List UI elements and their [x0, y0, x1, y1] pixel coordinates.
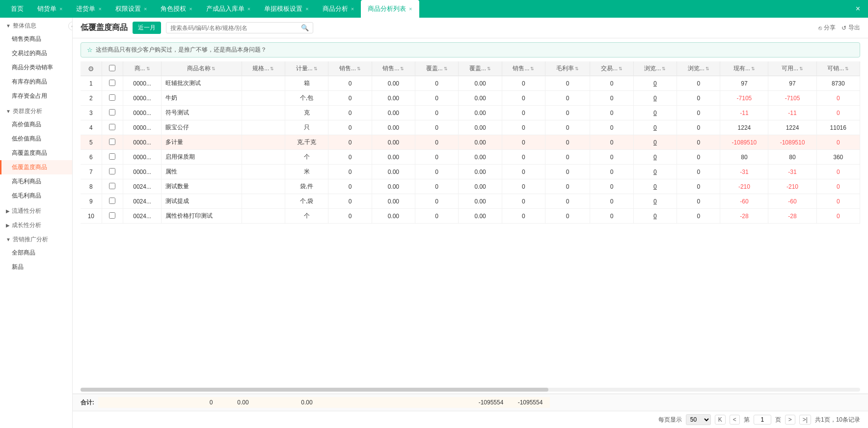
- row-sales1: 0: [328, 194, 372, 209]
- row-browse1[interactable]: 0: [633, 150, 677, 165]
- row-browse1[interactable]: 0: [633, 179, 677, 194]
- nav-tab-analytics-list[interactable]: 商品分析列表 ×: [361, 0, 419, 18]
- sidebar-section-marketing[interactable]: ▼ 营销推广分析: [0, 231, 72, 246]
- nav-tab-home[interactable]: 首页: [4, 0, 30, 18]
- col-gross-header[interactable]: 毛利率⇅: [545, 61, 590, 76]
- row-trade: 0: [590, 120, 633, 135]
- col-cov2-header[interactable]: 覆盖...⇅: [459, 61, 502, 76]
- search-input[interactable]: [170, 25, 301, 31]
- sidebar-section-growth[interactable]: ▶ 成长性分析: [0, 217, 72, 231]
- close-icon[interactable]: ×: [247, 6, 250, 12]
- nav-tab-analytics[interactable]: 商品分析 ×: [316, 0, 361, 18]
- row-browse1[interactable]: 0: [633, 194, 677, 209]
- col-trade-header[interactable]: 交易...⇅: [590, 61, 633, 76]
- row-stock1: -1089510: [720, 135, 768, 150]
- pagination-bar: 每页显示 50 100 200 K < 第 页 > >| 共1页，10条记录: [73, 411, 868, 428]
- col-code-header[interactable]: 商...⇅: [123, 61, 162, 76]
- sidebar-item-high-profit[interactable]: 高毛利商品: [0, 174, 72, 189]
- next-page-button[interactable]: >: [785, 415, 795, 425]
- sidebar-item-high-value[interactable]: 高价值商品: [0, 117, 72, 132]
- sidebar-item-low-coverage[interactable]: 低覆盖度商品: [0, 160, 72, 174]
- sidebar-section-overall[interactable]: ▼ 整体信息: [0, 18, 72, 32]
- row-cov1: 0: [415, 194, 459, 209]
- row-browse1[interactable]: 0: [633, 165, 677, 179]
- sidebar-item-new-goods[interactable]: 新品: [0, 260, 72, 274]
- col-unit-header[interactable]: 计量...⇅: [285, 61, 328, 76]
- prev-page-button[interactable]: <: [730, 415, 740, 425]
- col-name-header[interactable]: 商品名称⇅: [161, 61, 242, 76]
- col-sales3-header[interactable]: 销售...⇅: [502, 61, 545, 76]
- last-page-button[interactable]: >|: [799, 415, 811, 425]
- sidebar-section-cluster[interactable]: ▼ 类群度分析: [0, 103, 72, 117]
- row-checkbox[interactable]: [102, 194, 123, 209]
- filter-btn-month[interactable]: 近一月: [133, 22, 161, 34]
- row-checkbox[interactable]: [102, 120, 123, 135]
- first-page-button[interactable]: K: [715, 415, 726, 425]
- col-checkbox-header[interactable]: [102, 61, 123, 76]
- close-icon[interactable]: ×: [98, 6, 101, 12]
- export-button[interactable]: ↺ 导出: [841, 24, 860, 32]
- header-right-buttons: ⎋ 分享 ↺ 导出: [818, 24, 860, 32]
- current-page-input[interactable]: [754, 415, 771, 425]
- close-icon[interactable]: ×: [144, 6, 147, 12]
- nav-tab-purchase[interactable]: 进货单 ×: [69, 0, 108, 18]
- page-title: 低覆盖度商品: [81, 23, 128, 33]
- close-icon[interactable]: ×: [409, 6, 412, 12]
- row-checkbox[interactable]: [102, 106, 123, 120]
- row-checkbox[interactable]: [102, 209, 123, 224]
- sidebar-item-high-coverage[interactable]: 高覆盖度商品: [0, 146, 72, 160]
- col-sales2-header[interactable]: 销售...⇅: [372, 61, 415, 76]
- nav-tab-roles[interactable]: 角色授权 ×: [154, 0, 199, 18]
- row-checkbox[interactable]: [102, 165, 123, 179]
- row-gross: 0: [545, 150, 590, 165]
- nav-tab-template[interactable]: 单据模板设置 ×: [257, 0, 315, 18]
- row-browse1[interactable]: 0: [633, 209, 677, 224]
- sidebar-item-traded-goods[interactable]: 交易过的商品: [0, 46, 72, 60]
- select-all-checkbox[interactable]: [109, 65, 115, 71]
- row-browse1[interactable]: 0: [633, 91, 677, 106]
- sidebar-item-all-goods[interactable]: 全部商品: [0, 246, 72, 260]
- row-sales2: 0.00: [372, 135, 415, 150]
- sidebar-item-stock-goods[interactable]: 有库存的商品: [0, 75, 72, 89]
- scrollbar-thumb[interactable]: [81, 388, 548, 392]
- nav-tab-permissions[interactable]: 权限设置 ×: [108, 0, 154, 18]
- horizontal-scrollbar[interactable]: [81, 388, 860, 392]
- col-available-header[interactable]: 可销...⇅: [816, 61, 860, 76]
- col-browse1-header[interactable]: 浏览...⇅: [633, 61, 677, 76]
- row-checkbox[interactable]: [102, 179, 123, 194]
- close-all-button[interactable]: ×: [852, 2, 864, 15]
- col-stock2-header[interactable]: 可用...⇅: [768, 61, 816, 76]
- table-container[interactable]: ⚙ 商...⇅ 商品名称⇅ 规格...⇅ 计量...⇅ 销售...⇅ 销售...…: [73, 61, 868, 386]
- sidebar-item-low-profit[interactable]: 低毛利商品: [0, 189, 72, 203]
- col-cov1-header[interactable]: 覆盖...⇅: [415, 61, 459, 76]
- page-size-select[interactable]: 50 100 200: [686, 414, 711, 425]
- col-browse2-header[interactable]: 浏览...⇅: [677, 61, 720, 76]
- row-checkbox[interactable]: [102, 91, 123, 106]
- sidebar-section-flow[interactable]: ▶ 流通性分析: [0, 203, 72, 217]
- col-settings-header[interactable]: ⚙: [81, 61, 102, 76]
- close-icon[interactable]: ×: [305, 6, 308, 12]
- col-spec-header[interactable]: 规格...⇅: [242, 61, 285, 76]
- info-banner: ☆ 这些商品只有很少客户购买过，是推广不够，还是商品本身问题？: [81, 42, 860, 57]
- row-checkbox[interactable]: [102, 76, 123, 91]
- close-icon[interactable]: ×: [189, 6, 192, 12]
- row-sales3: 0: [502, 135, 545, 150]
- row-browse1[interactable]: 0: [633, 120, 677, 135]
- nav-tab-warehouse[interactable]: 产成品入库单 ×: [199, 0, 257, 18]
- sidebar-item-low-value[interactable]: 低价值商品: [0, 132, 72, 146]
- nav-tab-sales[interactable]: 销货单 ×: [30, 0, 69, 18]
- share-button[interactable]: ⎋ 分享: [818, 24, 836, 32]
- col-sales1-header[interactable]: 销售...⇅: [328, 61, 372, 76]
- col-stock1-header[interactable]: 现有...⇅: [720, 61, 768, 76]
- row-browse1[interactable]: 0: [633, 106, 677, 120]
- row-checkbox[interactable]: [102, 150, 123, 165]
- footer-spacer: [98, 397, 196, 408]
- close-icon[interactable]: ×: [59, 6, 62, 12]
- row-browse1[interactable]: 0: [633, 76, 677, 91]
- sidebar-item-category-rate[interactable]: 商品分类动销率: [0, 60, 72, 75]
- sidebar-item-sales-goods[interactable]: 销售类商品: [0, 32, 72, 46]
- close-icon[interactable]: ×: [351, 6, 354, 12]
- row-checkbox[interactable]: [102, 135, 123, 150]
- sidebar-item-stock-capital[interactable]: 库存资金占用: [0, 89, 72, 103]
- row-browse1[interactable]: 0: [633, 135, 677, 150]
